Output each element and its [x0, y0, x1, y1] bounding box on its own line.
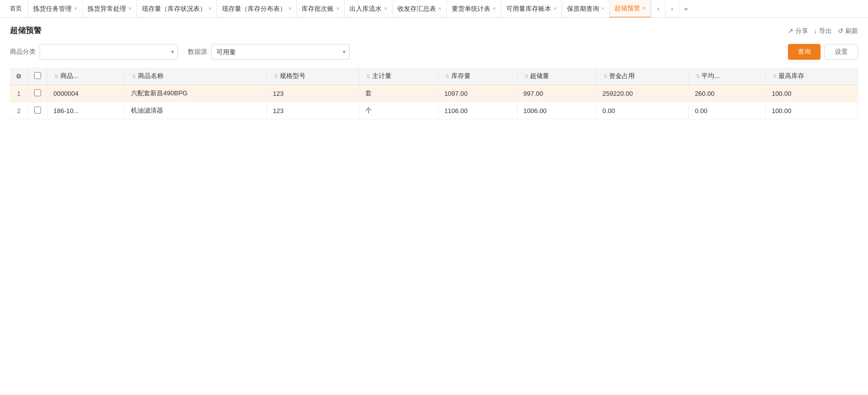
stock-cell: 1097.00: [438, 85, 517, 102]
avg-cell: 260.00: [689, 85, 766, 102]
datasource-select[interactable]: 可用量: [211, 44, 349, 60]
sort-icon-avg: ⇅: [696, 74, 700, 79]
export-button[interactable]: ↓ 导出: [814, 27, 832, 36]
tab-order-stat[interactable]: 要货单统计表 ×: [447, 0, 501, 18]
tab-home[interactable]: 首页: [4, 0, 28, 18]
nav-next-button[interactable]: ›: [665, 0, 679, 18]
tab-bar: 首页 拣货任务管理 × 拣货异常处理 × 现存量（库存状况表） × 现存量（库存…: [0, 0, 868, 18]
nav-last-button[interactable]: »: [679, 0, 693, 18]
tab-inventory-dist[interactable]: 现存量（库存分布表） ×: [217, 0, 297, 18]
unit-cell: 个: [359, 102, 438, 119]
refresh-button[interactable]: ↺ 刷新: [838, 27, 858, 36]
overstock-cell: 1006.00: [517, 102, 596, 119]
stock-column-header[interactable]: ⇅ 库存量: [438, 68, 517, 85]
unit-cell: 套: [359, 85, 438, 102]
settings-button[interactable]: 设置: [825, 44, 858, 60]
close-tab-inout-flow[interactable]: ×: [384, 6, 387, 11]
category-select-wrapper: ▾: [40, 44, 178, 60]
close-tab-collect[interactable]: ×: [438, 6, 441, 11]
sort-icon-overstock: ⇅: [524, 74, 528, 79]
stock-cell: 1106.00: [438, 102, 517, 119]
category-label: 商品分类: [10, 47, 36, 56]
avg-cell: 0.00: [689, 102, 766, 119]
row-checkbox[interactable]: [34, 107, 41, 114]
datasource-label: 数据源: [188, 47, 207, 56]
close-tab-abnormal[interactable]: ×: [129, 6, 131, 11]
product-name-column-header[interactable]: ⇅ 商品名称: [125, 68, 267, 85]
spec-column-header[interactable]: ⇅ 规格型号: [267, 68, 359, 85]
settings-column-header[interactable]: ⚙: [10, 68, 28, 85]
page-header: 超储预警 ↗ 分享 ↓ 导出 ↺ 刷新: [10, 26, 858, 36]
table-row: 1 0000004 六配套新昌490BPG 123 套 1097.00 997.…: [10, 85, 858, 102]
product-name-cell: 机油滤清器: [125, 102, 267, 119]
category-select[interactable]: [40, 44, 178, 60]
page-content: 超储预警 ↗ 分享 ↓ 导出 ↺ 刷新 商品分类 ▾: [0, 18, 868, 395]
close-tab-inventory-dist[interactable]: ×: [289, 6, 292, 11]
sort-icon: ⇅: [54, 74, 58, 79]
nav-prev-button[interactable]: ‹: [651, 0, 665, 18]
close-tab-task-mgmt[interactable]: ×: [74, 6, 77, 11]
capital-column-header[interactable]: ⇅ 资金占用: [596, 68, 689, 85]
query-button[interactable]: 查询: [788, 44, 821, 60]
overstock-cell: 997.00: [517, 85, 596, 102]
sort-icon-max: ⇅: [773, 74, 777, 79]
product-name-cell: 六配套新昌490BPG: [125, 85, 267, 102]
gear-icon: ⚙: [16, 73, 22, 80]
overstock-column-header[interactable]: ⇅ 超储量: [517, 68, 596, 85]
page-title: 超储预警: [10, 26, 42, 36]
export-icon: ↓: [814, 27, 818, 35]
tab-batch[interactable]: 库存批次账 ×: [297, 0, 345, 18]
datasource-filter-group: 数据源 可用量 ▾: [188, 44, 349, 60]
share-icon: ↗: [788, 27, 793, 35]
close-tab-order-stat[interactable]: ×: [493, 6, 496, 11]
datasource-select-wrapper: 可用量 ▾: [211, 44, 349, 60]
tab-overstock[interactable]: 超储预警 ×: [609, 0, 651, 18]
tab-task-mgmt[interactable]: 拣货任务管理 ×: [28, 0, 83, 18]
sort-icon-name: ⇅: [132, 74, 136, 79]
close-tab-batch[interactable]: ×: [336, 6, 339, 11]
close-tab-quality[interactable]: ×: [602, 6, 605, 11]
max-stock-cell: 100.00: [766, 102, 858, 119]
product-code-cell: 186-10...: [47, 102, 125, 119]
filter-area: 商品分类 ▾ 数据源 可用量 ▾ 查询 设置: [10, 44, 858, 60]
query-btn-group: 查询 设置: [788, 44, 858, 60]
tab-quality[interactable]: 保质期查询 ×: [562, 0, 610, 18]
tab-available[interactable]: 可用量库存账本 ×: [501, 0, 562, 18]
capital-cell: 259220.00: [596, 85, 689, 102]
unit-column-header[interactable]: ⇅ 主计量: [359, 68, 438, 85]
row-checkbox-cell[interactable]: [28, 102, 47, 119]
product-code-column-header[interactable]: ⇅ 商品...: [47, 68, 125, 85]
max-stock-column-header[interactable]: ⇅ 最高库存: [766, 68, 858, 85]
overstock-table: ⚙ ⇅ 商品... ⇅ 商品名称 ⇅ 规格型号: [10, 68, 858, 119]
sort-icon-stock: ⇅: [445, 74, 449, 79]
table-row: 2 186-10... 机油滤清器 123 个 1106.00 1006.00 …: [10, 102, 858, 119]
row-checkbox-cell[interactable]: [28, 85, 47, 102]
select-all-checkbox[interactable]: [34, 72, 41, 79]
table-container: ⚙ ⇅ 商品... ⇅ 商品名称 ⇅ 规格型号: [10, 68, 858, 119]
spec-cell: 123: [267, 102, 359, 119]
capital-cell: 0.00: [596, 102, 689, 119]
avg-column-header[interactable]: ⇅ 平均...: [689, 68, 766, 85]
tab-abnormal[interactable]: 拣货异常处理 ×: [83, 0, 137, 18]
table-header-row: ⚙ ⇅ 商品... ⇅ 商品名称 ⇅ 规格型号: [10, 68, 858, 85]
product-code-cell: 0000004: [47, 85, 125, 102]
header-actions: ↗ 分享 ↓ 导出 ↺ 刷新: [788, 27, 859, 36]
category-filter-group: 商品分类 ▾: [10, 44, 178, 60]
row-checkbox[interactable]: [34, 89, 41, 96]
close-tab-available[interactable]: ×: [554, 6, 557, 11]
sort-icon-spec: ⇅: [274, 74, 278, 79]
share-button[interactable]: ↗ 分享: [788, 27, 808, 36]
tab-inventory-status[interactable]: 现存量（库存状况表） ×: [137, 0, 217, 18]
sort-icon-unit: ⇅: [366, 74, 370, 79]
tab-inout-flow[interactable]: 出入库流水 ×: [345, 0, 392, 18]
checkbox-column-header[interactable]: [28, 68, 47, 85]
spec-cell: 123: [267, 85, 359, 102]
tab-collect[interactable]: 收发存汇总表 ×: [392, 0, 447, 18]
close-tab-inventory-status[interactable]: ×: [209, 6, 212, 11]
close-tab-overstock[interactable]: ×: [643, 5, 646, 11]
sort-icon-capital: ⇅: [604, 74, 608, 79]
refresh-icon: ↺: [838, 27, 843, 35]
row-number: 1: [10, 85, 28, 102]
max-stock-cell: 100.00: [766, 85, 858, 102]
row-number: 2: [10, 102, 28, 119]
